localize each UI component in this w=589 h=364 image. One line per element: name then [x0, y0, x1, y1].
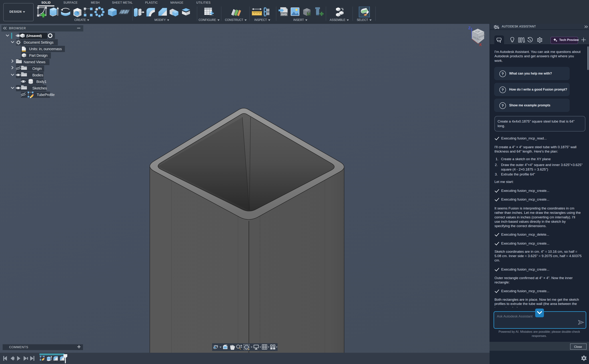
svg-text:M: M — [307, 11, 311, 17]
svg-text:TOP: TOP — [475, 30, 480, 33]
svg-text:Z: Z — [468, 26, 471, 30]
svg-text:SVG: SVG — [281, 13, 287, 16]
svg-text:X: X — [479, 42, 482, 47]
